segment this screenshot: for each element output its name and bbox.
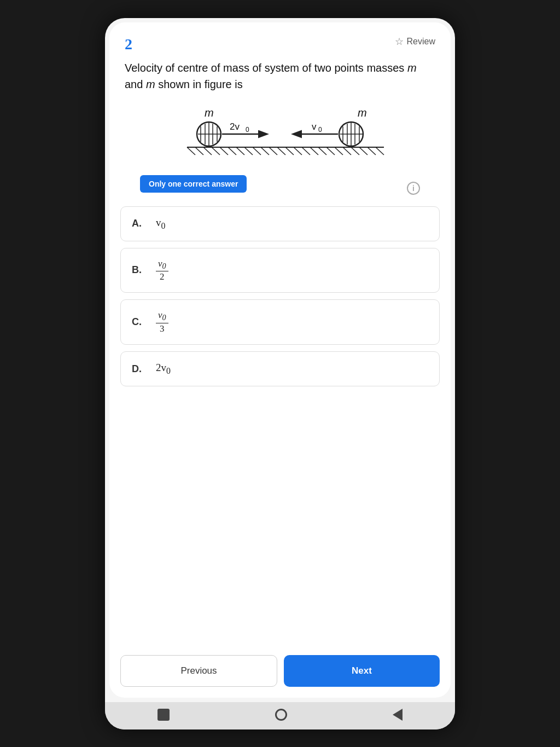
svg-line-28: [228, 147, 236, 155]
svg-line-40: [326, 147, 335, 155]
svg-line-31: [253, 147, 261, 155]
back-triangle-icon[interactable]: [393, 709, 402, 721]
option-c[interactable]: C. v0 3: [120, 299, 440, 345]
svg-line-34: [277, 147, 285, 155]
svg-line-27: [220, 147, 228, 155]
star-icon: ☆: [395, 36, 404, 48]
answer-type-badge: Only one correct answer: [140, 179, 247, 189]
svg-line-32: [261, 147, 269, 155]
svg-line-38: [310, 147, 318, 155]
physics-diagram: m 2v 0 m v 0: [165, 106, 395, 166]
fraction-c: v0 3: [156, 310, 168, 334]
question-header: 2 ☆ Review: [109, 22, 451, 60]
review-label: Review: [407, 37, 435, 47]
fraction-b-numerator: v0: [156, 258, 168, 271]
svg-text:2v: 2v: [230, 121, 240, 132]
svg-line-30: [244, 147, 253, 155]
svg-line-23: [187, 147, 195, 155]
svg-line-26: [212, 147, 220, 155]
option-b-label: B.: [132, 264, 147, 276]
svg-line-45: [368, 147, 376, 155]
svg-line-46: [376, 147, 384, 155]
fraction-b: v0 2: [156, 258, 168, 283]
option-b-content: v0 2: [156, 258, 168, 283]
question-text: Velocity of centre of mass of system of …: [109, 60, 451, 101]
question-line1: Velocity of centre of mass of system of …: [125, 62, 417, 90]
svg-line-41: [335, 147, 343, 155]
option-d-content: 2v0: [156, 362, 171, 376]
next-button[interactable]: Next: [284, 655, 440, 687]
content-area: 2 ☆ Review Velocity of centre of mass of…: [109, 22, 451, 698]
option-a-content: v0: [156, 217, 165, 231]
svg-line-33: [269, 147, 277, 155]
bottom-nav: Previous Next: [109, 646, 451, 698]
answer-type-label: Only one correct answer: [140, 175, 247, 193]
svg-line-35: [285, 147, 294, 155]
info-icon[interactable]: i: [407, 182, 420, 195]
option-b[interactable]: B. v0 2: [120, 248, 440, 293]
fraction-c-numerator: v0: [156, 310, 168, 323]
badge-row: Only one correct answer i: [109, 177, 451, 198]
svg-line-42: [343, 147, 351, 155]
back-circle-icon[interactable]: [275, 709, 287, 721]
svg-line-37: [302, 147, 310, 155]
svg-text:0: 0: [318, 126, 322, 134]
option-d[interactable]: D. 2v0: [120, 351, 440, 386]
option-a-label: A.: [132, 218, 147, 229]
fraction-b-denominator: 2: [158, 271, 167, 282]
svg-text:0: 0: [246, 126, 249, 134]
svg-text:m: m: [205, 107, 214, 119]
diagram-container: m 2v 0 m v 0: [109, 101, 451, 177]
home-square-icon[interactable]: [158, 709, 170, 721]
options-list: A. v0 B. v0 2 C. v0 3: [109, 202, 451, 646]
svg-line-43: [351, 147, 359, 155]
device-nav-bar: [105, 702, 455, 729]
svg-line-36: [294, 147, 302, 155]
previous-button[interactable]: Previous: [120, 655, 277, 687]
option-c-content: v0 3: [156, 310, 168, 334]
svg-text:v: v: [312, 121, 317, 132]
question-number: 2: [125, 36, 132, 53]
option-d-label: D.: [132, 363, 147, 375]
review-button[interactable]: ☆ Review: [395, 36, 435, 48]
svg-line-44: [359, 147, 368, 155]
option-c-label: C.: [132, 316, 147, 328]
svg-line-25: [203, 147, 212, 155]
fraction-c-denominator: 3: [158, 323, 167, 334]
svg-line-39: [318, 147, 326, 155]
svg-line-29: [236, 147, 244, 155]
svg-line-24: [195, 147, 203, 155]
phone-container: 2 ☆ Review Velocity of centre of mass of…: [105, 18, 455, 729]
svg-text:m: m: [358, 107, 367, 119]
option-a[interactable]: A. v0: [120, 206, 440, 241]
